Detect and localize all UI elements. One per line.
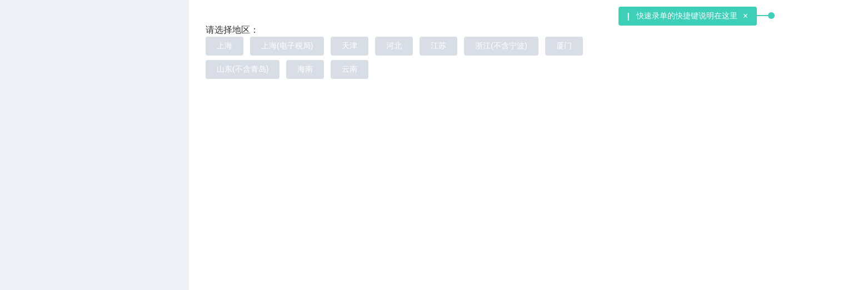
tooltip-banner: 快速录单的快捷键说明在这里 × <box>618 7 757 26</box>
left-sidebar <box>0 0 189 290</box>
page-label: 请选择地区： <box>206 24 259 36</box>
tooltip-close-button[interactable]: × <box>743 12 748 21</box>
region-btn-tianjin[interactable]: 天津 <box>331 37 368 56</box>
region-btn-shandong[interactable]: 山东(不含青岛) <box>206 60 280 79</box>
region-buttons-row1: 上海 上海(电子税局) 天津 河北 江苏 浙江(不含宁波) 厦门 <box>206 37 583 56</box>
region-btn-zhejiang[interactable]: 浙江(不含宁波) <box>464 37 538 56</box>
region-btn-hebei[interactable]: 河北 <box>375 37 413 56</box>
region-buttons-row2: 山东(不含青岛) 海南 云南 <box>206 60 368 79</box>
tooltip-text: 快速录单的快捷键说明在这里 <box>636 11 737 21</box>
dot-indicator <box>768 12 775 19</box>
region-btn-yunnan[interactable]: 云南 <box>331 60 368 79</box>
region-btn-shanghai-etax[interactable]: 上海(电子税局) <box>250 37 324 56</box>
region-btn-hainan[interactable]: 海南 <box>286 60 324 79</box>
dot-line <box>757 15 768 16</box>
region-btn-jiangsu[interactable]: 江苏 <box>420 37 457 56</box>
main-content: 请选择地区： 上海 上海(电子税局) 天津 河北 江苏 浙江(不含宁波) 厦门 … <box>189 0 868 290</box>
region-btn-shanghai[interactable]: 上海 <box>206 37 243 56</box>
region-btn-xiamen[interactable]: 厦门 <box>545 37 583 56</box>
